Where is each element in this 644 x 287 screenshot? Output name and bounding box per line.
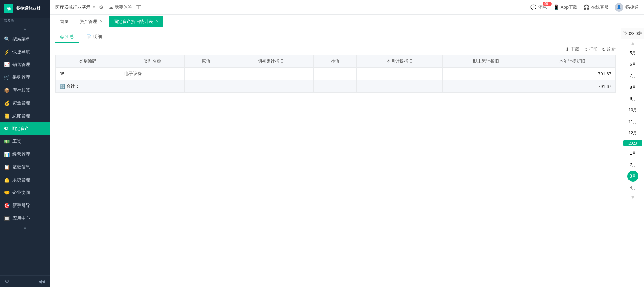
app-download-button[interactable]: 📱 App下载 xyxy=(553,4,577,10)
enterprise-icon: 🤝 xyxy=(4,190,10,195)
logo-text: 畅捷通好业财 xyxy=(16,6,40,11)
month-7[interactable]: 7月 xyxy=(627,70,638,81)
cell-original xyxy=(185,68,227,80)
sidebar-bottom: ⚙ ◀◀ xyxy=(0,275,50,287)
sidebar: 畅 畅捷通好业财 普及版 ▲ 🔍 搜索菜单 ⚡ 快捷导航 📈 销售管理 🛒 采购… xyxy=(0,0,50,287)
sidebar-item-basic-info[interactable]: 📋 基础信息 xyxy=(0,161,50,173)
total-annual: 791.67 xyxy=(529,80,615,93)
guide-icon: 🎯 xyxy=(4,203,10,208)
basic-info-icon: 📋 xyxy=(4,164,10,170)
sidebar-item-label: 总账管理 xyxy=(12,113,30,119)
sidebar-item-finance[interactable]: 💰 资金管理 xyxy=(0,97,50,109)
quick-nav-icon: ⚡ xyxy=(4,49,10,55)
sidebar-item-system[interactable]: 🔔 系统管理 xyxy=(0,173,50,186)
sidebar-item-quick-nav[interactable]: ⚡ 快捷导航 xyxy=(0,45,50,58)
summary-tab-icon: ◎ xyxy=(60,34,64,39)
experience-button[interactable]: ☁ 我要体验一下 xyxy=(109,4,141,10)
refresh-button[interactable]: ↻ 刷新 xyxy=(602,46,616,52)
sidebar-item-label: 销售管理 xyxy=(12,62,30,68)
customer-service-button[interactable]: 🎧 在线客服 xyxy=(583,4,609,10)
experience-icon: ☁ xyxy=(109,5,113,10)
sidebar-item-label: 快捷导航 xyxy=(12,49,30,55)
total-label-cell: 🔢 合计： xyxy=(56,80,185,93)
user-label: 畅捷通 xyxy=(625,4,639,10)
sidebar-item-ledger[interactable]: 📒 总账管理 xyxy=(0,109,50,122)
month-5[interactable]: 5月 xyxy=(627,47,638,58)
date-list: ▲ 5月 6月 7月 8月 9月 10月 11月 12月 2023 1月 2月 … xyxy=(621,39,644,287)
sidebar-item-label: 固定资产 xyxy=(11,126,29,132)
topbar-right: 💬 消息 99+ 📱 App下载 🎧 在线客服 👤 畅捷通 xyxy=(530,3,639,12)
tab-fixed-asset-close[interactable]: ✕ xyxy=(156,19,159,24)
sidebar-item-inventory[interactable]: 📦 库存核算 xyxy=(0,84,50,97)
download-button[interactable]: ⬇ 下载 xyxy=(565,46,579,52)
sidebar-item-enterprise[interactable]: 🤝 企业协同 xyxy=(0,186,50,199)
sidebar-item-payroll[interactable]: 💵 工资 xyxy=(0,135,50,148)
tab-asset-mgmt[interactable]: 资产管理 ✕ xyxy=(75,16,108,27)
tab-home[interactable]: 首页 xyxy=(55,16,73,27)
month-8[interactable]: 8月 xyxy=(627,82,638,93)
sidebar-item-fixed-asset[interactable]: 🏗 固定资产 xyxy=(0,122,50,135)
month-11[interactable]: 11月 xyxy=(627,116,638,127)
sidebar-settings-icon[interactable]: ⚙ xyxy=(5,278,9,284)
sidebar-item-guide[interactable]: 🎯 新手引导 xyxy=(0,199,50,212)
month-12[interactable]: 12月 xyxy=(627,128,638,138)
scroll-up-indicator[interactable]: ▲ xyxy=(0,25,50,33)
sub-tab-summary[interactable]: ◎ 汇总 xyxy=(55,32,79,43)
print-button[interactable]: 🖨 打印 xyxy=(583,46,598,52)
sidebar-collapse-icon[interactable]: ◀◀ xyxy=(38,279,45,284)
sidebar-item-label: 资金管理 xyxy=(12,100,30,106)
detail-tab-icon: 📄 xyxy=(86,34,92,39)
tab-home-label: 首页 xyxy=(60,19,69,25)
tab-fixed-asset-depreciation[interactable]: 固定资产折旧统计表 ✕ xyxy=(109,16,163,27)
user-profile[interactable]: 👤 畅捷通 xyxy=(615,3,639,12)
sidebar-item-label: 基础信息 xyxy=(12,164,30,170)
messages-icon: 💬 xyxy=(530,4,537,10)
year-2023-marker[interactable]: 2023 xyxy=(623,140,642,146)
company-selector[interactable]: 医疗器械行业演示 ▼ xyxy=(55,4,96,10)
tab-asset-mgmt-close[interactable]: ✕ xyxy=(100,19,103,24)
download-icon: ⬇ xyxy=(565,47,569,52)
settings-button[interactable]: ⚙ xyxy=(99,4,103,10)
total-initial-accumulated xyxy=(227,80,314,93)
month-2023-3[interactable]: 3月 xyxy=(627,171,638,182)
depreciation-table: 类别编码 类别名称 原值 期初累计折旧 净值 本月计提折旧 期末累计折旧 本年计… xyxy=(55,55,616,93)
company-name: 医疗器械行业演示 xyxy=(55,4,90,10)
table-container: 类别编码 类别名称 原值 期初累计折旧 净值 本月计提折旧 期末累计折旧 本年计… xyxy=(50,55,621,98)
cell-annual: 791.67 xyxy=(529,68,615,80)
scroll-down-arrow[interactable]: ▼ xyxy=(621,193,644,201)
tab-asset-mgmt-label: 资产管理 xyxy=(80,19,97,25)
toolbar: ⬇ 下载 🖨 打印 ↻ 刷新 xyxy=(50,43,621,55)
month-10[interactable]: 10月 xyxy=(627,105,638,116)
sub-tab-detail[interactable]: 📄 明细 xyxy=(82,32,107,43)
scroll-up-arrow[interactable]: ▲ xyxy=(621,39,644,47)
month-2023-2[interactable]: 2月 xyxy=(627,159,638,170)
edition-label: 普及版 xyxy=(0,18,50,25)
experience-label: 我要体验一下 xyxy=(115,4,141,10)
table-row: 05 电子设备 791.67 xyxy=(56,68,616,80)
company-dropdown-icon: ▼ xyxy=(92,5,96,9)
total-ending-accumulated xyxy=(443,80,529,93)
total-row: 🔢 合计： 791.67 xyxy=(56,80,616,93)
month-9[interactable]: 9月 xyxy=(627,93,638,104)
total-original xyxy=(185,80,227,93)
app-download-label: App下载 xyxy=(561,4,577,10)
sidebar-item-purchase[interactable]: 🛒 采购管理 xyxy=(0,71,50,84)
sidebar-item-sales[interactable]: 📈 销售管理 xyxy=(0,58,50,71)
system-icon: 🔔 xyxy=(4,177,10,183)
date-panel-close-button[interactable]: ✕ xyxy=(623,30,626,35)
sidebar-item-app-center[interactable]: 🔲 应用中心 xyxy=(0,212,50,225)
content-area: ◎ 汇总 📄 明细 ⬇ 下载 🖨 打印 ↻ xyxy=(50,28,644,287)
date-panel-expand-button[interactable]: ⊞ xyxy=(639,30,643,35)
scroll-down-indicator[interactable]: ▼ xyxy=(0,225,50,232)
sidebar-item-operations[interactable]: 📊 经营管理 xyxy=(0,148,50,161)
col-name: 类别名称 xyxy=(120,55,185,68)
sidebar-item-label: 应用中心 xyxy=(12,215,30,221)
month-2023-1[interactable]: 1月 xyxy=(627,148,638,159)
refresh-label: 刷新 xyxy=(607,46,616,52)
sidebar-item-search[interactable]: 🔍 搜索菜单 xyxy=(0,33,50,45)
download-label: 下载 xyxy=(571,46,579,52)
month-2023-4[interactable]: 4月 xyxy=(627,182,638,193)
logo-icon: 畅 xyxy=(4,4,13,13)
month-6[interactable]: 6月 xyxy=(627,59,638,70)
messages-button[interactable]: 💬 消息 99+ xyxy=(530,4,547,10)
